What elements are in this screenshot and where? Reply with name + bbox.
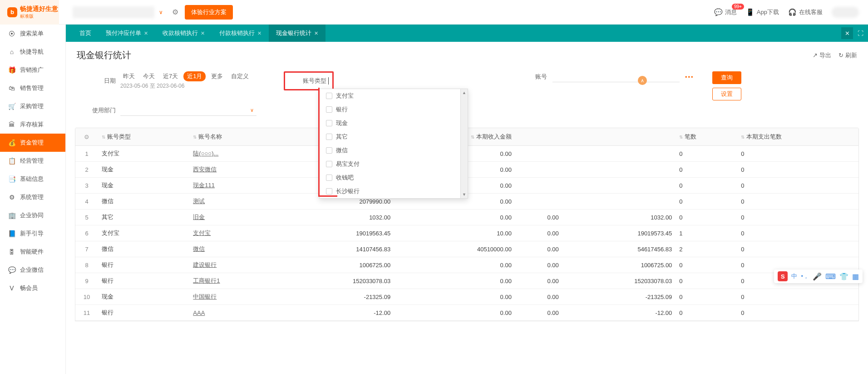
mic-icon[interactable]: 🎤 bbox=[813, 272, 822, 281]
checkbox[interactable] bbox=[326, 106, 332, 113]
tab-3[interactable]: 付款核销执行✕ bbox=[212, 25, 269, 42]
close-icon[interactable]: ✕ bbox=[314, 30, 318, 36]
scrollbar[interactable]: ▲ ▼ bbox=[460, 89, 468, 198]
date-chip-4[interactable]: 更多 bbox=[208, 71, 226, 81]
shirt-icon[interactable]: 👕 bbox=[839, 272, 848, 281]
ime-mode[interactable]: 中 bbox=[791, 272, 797, 280]
sidebar-item-4[interactable]: 🛒采购管理 bbox=[0, 97, 65, 115]
date-chip-1[interactable]: 今天 bbox=[140, 71, 158, 81]
close-icon[interactable]: ✕ bbox=[144, 30, 148, 36]
sidebar-item-8[interactable]: 📑基础信息 bbox=[0, 170, 65, 188]
checkbox[interactable] bbox=[326, 147, 332, 154]
company-selector[interactable] bbox=[73, 6, 154, 18]
avatar[interactable] bbox=[832, 7, 859, 18]
account-no-input[interactable] bbox=[552, 71, 680, 82]
sidebar-item-6[interactable]: 💰资金管理 bbox=[0, 134, 65, 152]
refresh-button[interactable]: ↻ 刷新 bbox=[838, 51, 857, 60]
customer-service-button[interactable]: 🎧 在线客服 bbox=[788, 8, 823, 16]
table-header-7[interactable]: ⇅本期支出笔数 bbox=[737, 128, 858, 146]
dropdown-option-7[interactable]: 长沙银行 bbox=[320, 185, 468, 198]
dropdown-option-1[interactable]: 银行 bbox=[320, 103, 468, 116]
table-header-4[interactable] bbox=[515, 128, 562, 146]
sidebar-item-3[interactable]: 🛍销售管理 bbox=[0, 79, 65, 97]
collapse-up-icon[interactable]: ∧ bbox=[638, 76, 647, 85]
scroll-down-icon[interactable]: ▼ bbox=[461, 191, 468, 198]
cell-name[interactable]: 建设银行 bbox=[189, 257, 281, 273]
messages-button[interactable]: 💬 消息 bbox=[714, 8, 737, 16]
chevron-down-icon[interactable]: ∨ bbox=[159, 9, 163, 15]
ime-punct-icon[interactable]: •， bbox=[801, 272, 809, 280]
sidebar-item-2[interactable]: 🎁营销推广 bbox=[0, 61, 65, 79]
sidebar-item-12[interactable]: 🎛智能硬件 bbox=[0, 243, 65, 261]
logo[interactable]: b 畅捷通好生意 标准版 bbox=[0, 0, 59, 25]
ime-toolbar[interactable]: S 中 •， 🎤 ⌨ 👕 ▦ bbox=[774, 269, 863, 283]
account-type-select[interactable]: 账号类型 bbox=[284, 71, 334, 90]
cell-name[interactable]: 现金111 bbox=[189, 178, 281, 194]
dropdown-option-0[interactable]: 支付宝 bbox=[320, 89, 468, 103]
date-chip-2[interactable]: 近7天 bbox=[160, 71, 181, 81]
sort-icon[interactable]: ⇅ bbox=[741, 135, 745, 140]
settings-button[interactable]: 设置 bbox=[712, 88, 741, 100]
table-header-5[interactable] bbox=[562, 128, 676, 146]
cell-name[interactable]: 测试 bbox=[189, 194, 281, 209]
cell-name[interactable]: 旧金 bbox=[189, 209, 281, 225]
close-icon[interactable]: ✕ bbox=[201, 30, 205, 36]
tab-0[interactable]: 首页 bbox=[72, 25, 99, 42]
query-button[interactable]: 查询 bbox=[712, 71, 741, 84]
cell-name[interactable]: 中国银行 bbox=[189, 289, 281, 305]
dropdown-option-3[interactable]: 其它 bbox=[320, 130, 468, 144]
sidebar-item-5[interactable]: 🏛库存核算 bbox=[0, 115, 65, 134]
sidebar-item-14[interactable]: V畅会员 bbox=[0, 279, 65, 297]
close-tab-button[interactable]: ✕ bbox=[841, 27, 853, 39]
cell-name[interactable]: 陆(○○○)... bbox=[189, 146, 281, 162]
cell-name[interactable]: 微信 bbox=[189, 241, 281, 257]
cell-name[interactable]: 工商银行1 bbox=[189, 273, 281, 289]
tab-1[interactable]: 预付冲应付单✕ bbox=[99, 25, 155, 42]
date-chip-5[interactable]: 自定义 bbox=[228, 71, 252, 81]
sidebar-item-9[interactable]: ⚙系统管理 bbox=[0, 188, 65, 206]
grid-icon[interactable]: ▦ bbox=[852, 272, 859, 281]
sort-icon[interactable]: ⇅ bbox=[679, 135, 683, 140]
scroll-up-icon[interactable]: ▲ bbox=[461, 89, 468, 96]
sidebar-item-13[interactable]: 💬企业微信 bbox=[0, 261, 65, 279]
table-header-6[interactable]: ⇅笔数 bbox=[676, 128, 737, 146]
sort-icon[interactable]: ⇅ bbox=[102, 135, 105, 140]
sidebar-item-10[interactable]: 🏢企业协同 bbox=[0, 206, 65, 224]
app-download-button[interactable]: 📱 App下载 bbox=[746, 8, 779, 16]
sort-icon[interactable]: ⇅ bbox=[193, 135, 197, 140]
dropdown-option-5[interactable]: 易宝支付 bbox=[320, 157, 468, 171]
checkbox[interactable] bbox=[326, 93, 332, 99]
dept-select[interactable]: ∨ bbox=[120, 105, 256, 116]
more-filters-button[interactable]: ••• bbox=[685, 74, 694, 80]
sidebar-item-7[interactable]: 📋经营管理 bbox=[0, 152, 65, 170]
industry-plan-button[interactable]: 体验行业方案 bbox=[185, 5, 233, 20]
cell-name[interactable]: 支付宝 bbox=[189, 225, 281, 241]
cell-c5: 0.00 bbox=[515, 225, 562, 241]
dropdown-option-6[interactable]: 收钱吧 bbox=[320, 171, 468, 185]
tab-2[interactable]: 收款核销执行✕ bbox=[155, 25, 212, 42]
checkbox[interactable] bbox=[326, 134, 332, 140]
keyboard-icon[interactable]: ⌨ bbox=[825, 272, 836, 281]
checkbox[interactable] bbox=[326, 175, 332, 181]
sidebar-item-1[interactable]: ⌂快捷导航 bbox=[0, 43, 65, 61]
checkbox[interactable] bbox=[326, 120, 332, 126]
table-header-0[interactable]: ⇅账号类型 bbox=[98, 128, 189, 146]
sidebar-item-0[interactable]: ⦿搜索菜单 bbox=[0, 25, 65, 43]
dropdown-option-4[interactable]: 微信 bbox=[320, 144, 468, 157]
cell-name[interactable]: 西安微信 bbox=[189, 162, 281, 178]
date-chip-0[interactable]: 昨天 bbox=[120, 71, 138, 81]
date-chip-3[interactable]: 近1月 bbox=[183, 71, 206, 81]
sidebar-item-11[interactable]: 📘新手引导 bbox=[0, 224, 65, 243]
cell-name[interactable]: AAA bbox=[189, 305, 281, 321]
checkbox[interactable] bbox=[326, 161, 332, 167]
table-header-1[interactable]: ⇅账号名称 bbox=[189, 128, 281, 146]
gear-icon[interactable]: ⚙ bbox=[172, 8, 178, 16]
dropdown-option-2[interactable]: 现金 bbox=[320, 116, 468, 130]
fullscreen-icon[interactable]: ⛶ bbox=[858, 30, 863, 37]
table-settings-header[interactable]: ⚙ bbox=[75, 128, 98, 146]
tab-4[interactable]: 现金银行统计✕ bbox=[269, 25, 326, 42]
close-icon[interactable]: ✕ bbox=[257, 30, 261, 36]
checkbox[interactable] bbox=[326, 188, 332, 194]
export-button[interactable]: ↗ 导出 bbox=[813, 51, 831, 60]
sort-icon[interactable]: ⇅ bbox=[471, 135, 474, 140]
